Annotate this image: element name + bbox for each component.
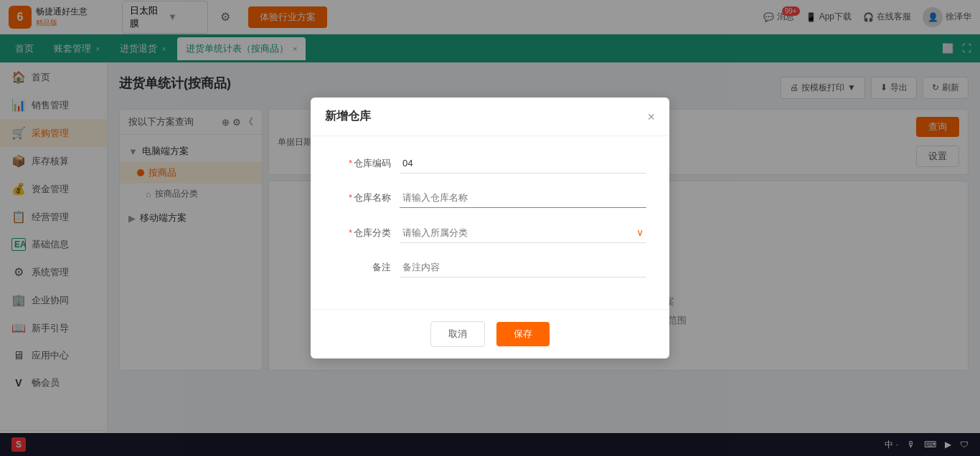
modal-header: 新增仓库 × xyxy=(311,98,669,136)
code-label: 仓库编码 xyxy=(334,157,391,170)
form-row-category: 仓库分类 ∨ xyxy=(334,222,646,243)
modal-title: 新增仓库 xyxy=(325,109,371,124)
category-input[interactable] xyxy=(402,227,636,238)
category-dropdown-arrow: ∨ xyxy=(636,227,644,238)
remark-label: 备注 xyxy=(334,261,391,274)
form-row-remark: 备注 xyxy=(334,257,646,277)
cancel-button[interactable]: 取消 xyxy=(430,321,485,347)
name-label: 仓库名称 xyxy=(334,191,391,204)
category-label: 仓库分类 xyxy=(334,227,391,239)
modal-overlay[interactable]: 新增仓库 × 仓库编码 仓库名称 仓库分类 ∨ xyxy=(0,0,980,456)
form-row-code: 仓库编码 xyxy=(334,153,646,174)
save-button[interactable]: 保存 xyxy=(496,322,550,346)
category-select-wrap[interactable]: ∨ xyxy=(400,222,646,243)
form-row-name: 仓库名称 xyxy=(334,188,646,208)
name-input[interactable] xyxy=(400,188,646,208)
remark-input[interactable] xyxy=(400,257,646,277)
modal-footer: 取消 保存 xyxy=(311,309,669,358)
modal-close-button[interactable]: × xyxy=(647,110,655,123)
modal-body: 仓库编码 仓库名称 仓库分类 ∨ 备注 xyxy=(311,136,669,309)
modal-new-warehouse: 新增仓库 × 仓库编码 仓库名称 仓库分类 ∨ xyxy=(311,98,669,358)
code-input[interactable] xyxy=(400,153,646,174)
